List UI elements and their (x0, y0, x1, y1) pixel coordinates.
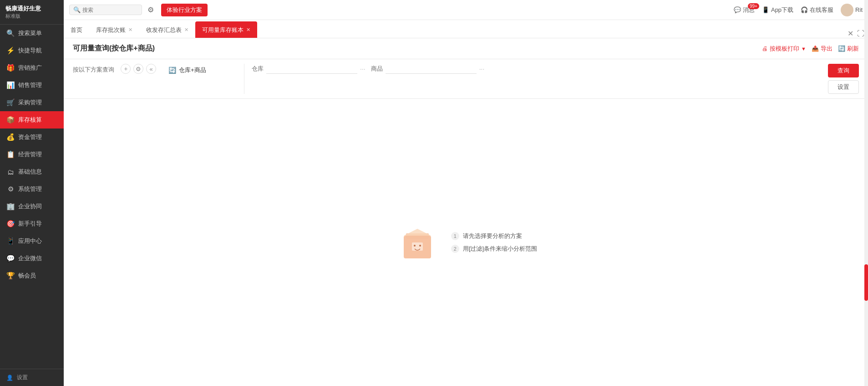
search-icon: 🔍 (73, 6, 81, 13)
sidebar-item-search[interactable]: 🔍搜索菜单 (0, 25, 64, 42)
sidebar-item-label-search: 搜索菜单 (18, 29, 42, 37)
warehouse-input[interactable] (266, 64, 357, 74)
filter-area: 按以下方案查询 ＋ ⚙ « 🔄 仓库+商品 仓库 ··· (64, 59, 868, 99)
add-scheme-btn[interactable]: ＋ (121, 64, 131, 74)
scheme-name: 仓库+商品 (179, 66, 206, 74)
product-more-icon[interactable]: ··· (479, 65, 485, 72)
product-field-label: 商品 (371, 65, 383, 73)
product-input[interactable] (386, 64, 477, 74)
sidebar-item-operation[interactable]: 📋经营管理 (0, 146, 64, 163)
sidebar-item-vip[interactable]: 🏆畅会员 (0, 267, 64, 284)
filter-scheme-actions: ＋ ⚙ « (121, 64, 156, 74)
print-btn[interactable]: 🖨 按模板打印 ▼ (762, 45, 806, 53)
filter-label: 按以下方案查询 (73, 64, 114, 74)
sidebar-item-finance[interactable]: 💰资金管理 (0, 129, 64, 146)
svg-point-4 (414, 245, 416, 247)
app-version: 标准版 (5, 13, 58, 20)
empty-tip-1: 1 请先选择要分析的方案 (451, 232, 537, 240)
filter-field-warehouse: 仓库 ··· (252, 64, 365, 74)
system-icon: ⚙ (6, 185, 15, 193)
sidebar-item-wechat[interactable]: 💬企业微信 (0, 250, 64, 267)
scrollbar-thumb (864, 264, 868, 301)
gear-icon[interactable]: ⚙ (146, 4, 156, 16)
tab-expand-icon[interactable]: ⛶ (857, 30, 864, 38)
apps-icon: 📱 (6, 237, 15, 245)
sidebar-item-newbie[interactable]: 🎯新手引导 (0, 215, 64, 232)
collapse-scheme-btn[interactable]: « (146, 64, 156, 74)
query-btn[interactable]: 查询 (828, 64, 859, 77)
sidebar-item-marketing[interactable]: 🎁营销推广 (0, 59, 64, 77)
sidebar-item-label-system: 系统管理 (18, 185, 42, 193)
avatar (841, 4, 853, 16)
sidebar-item-label-marketing: 营销推广 (18, 64, 42, 72)
edit-scheme-btn[interactable]: ⚙ (133, 64, 143, 74)
sidebar-item-label-wechat: 企业微信 (18, 254, 42, 262)
finance-icon: 💰 (6, 133, 15, 141)
search-icon: 🔍 (6, 29, 15, 37)
marketing-icon: 🎁 (6, 64, 15, 72)
right-scrollbar (864, 0, 868, 386)
tabs-bar: 首页 库存批次账 ✕ 收发存汇总表 ✕ 可用量库存账本 ✕ ✕ ⛶ (64, 20, 868, 38)
sidebar-item-label-apps: 应用中心 (18, 237, 42, 245)
tab-batch-account[interactable]: 库存批次账 ✕ (89, 21, 139, 38)
sidebar-item-label-purchase: 采购管理 (18, 98, 42, 107)
inventory-icon: 📦 (6, 116, 15, 124)
sales-icon: 📊 (6, 81, 15, 89)
settings-btn[interactable]: 设置 (828, 80, 859, 94)
tip-num-2: 2 (451, 245, 459, 253)
industry-btn[interactable]: 体验行业方案 (161, 4, 208, 16)
sidebar-item-purchase[interactable]: 🛒采购管理 (0, 94, 64, 111)
sidebar-item-apps[interactable]: 📱应用中心 (0, 232, 64, 250)
base-icon: 🗂 (6, 168, 15, 176)
sidebar-footer[interactable]: 👤 设置 (0, 369, 64, 386)
sidebar-item-enterprise[interactable]: 🏢企业协同 (0, 198, 64, 215)
refresh-label: 刷新 (847, 45, 859, 53)
user-profile[interactable]: Rit (841, 4, 863, 16)
message-icon: 💬 (734, 6, 741, 13)
sidebar-item-base[interactable]: 🗂基础信息 (0, 163, 64, 180)
print-dropdown-icon[interactable]: ▼ (801, 46, 806, 51)
tip-text-2: 用[过滤]条件来缩小分析范围 (463, 245, 537, 253)
tab-available-ledger[interactable]: 可用量库存账本 ✕ (195, 21, 257, 38)
app-download-btn[interactable]: 📱 App下载 (762, 6, 793, 14)
tip-text-1: 请先选择要分析的方案 (463, 232, 522, 240)
sidebar-item-shortcut[interactable]: ⚡快捷导航 (0, 42, 64, 59)
main: 🔍 ⚙ 体验行业方案 💬 消息 99+ 📱 App下载 🎧 在线客服 Rit (64, 0, 868, 386)
tab-home[interactable]: 首页 (64, 21, 89, 38)
sidebar-item-sales[interactable]: 📊销售管理 (0, 77, 64, 94)
sidebar-item-system[interactable]: ⚙系统管理 (0, 180, 64, 198)
search-input[interactable] (82, 7, 138, 13)
svg-marker-2 (404, 229, 431, 236)
tab-available-ledger-close[interactable]: ✕ (246, 27, 250, 33)
empty-illustration (395, 220, 440, 265)
tab-stock-summary-close[interactable]: ✕ (184, 27, 188, 33)
page-content: 可用量查询(按仓库+商品) 🖨 按模板打印 ▼ 📤 导出 🔄 刷新 (64, 38, 868, 386)
export-label: 导出 (821, 45, 832, 53)
filter-fields: 仓库 ··· 商品 ··· (252, 64, 828, 74)
scheme-item-warehouse-product[interactable]: 🔄 仓库+商品 (164, 64, 237, 77)
tab-close-icon[interactable]: ✕ (848, 29, 853, 38)
username-label: Rit (855, 6, 863, 13)
tab-batch-account-close[interactable]: ✕ (128, 27, 132, 33)
app-download-label: App下载 (771, 6, 793, 14)
svg-point-5 (419, 245, 421, 247)
sidebar-item-label-shortcut: 快捷导航 (18, 46, 42, 55)
sidebar-item-label-vip: 畅会员 (18, 272, 36, 280)
topbar: 🔍 ⚙ 体验行业方案 💬 消息 99+ 📱 App下载 🎧 在线客服 Rit (64, 0, 868, 20)
vip-icon: 🏆 (6, 272, 15, 280)
sidebar-item-label-sales: 销售管理 (18, 81, 42, 89)
empty-tips: 1 请先选择要分析的方案 2 用[过滤]条件来缩小分析范围 (451, 232, 537, 253)
sidebar-item-inventory[interactable]: 📦库存核算 (0, 111, 64, 129)
tab-stock-summary[interactable]: 收发存汇总表 ✕ (139, 21, 195, 38)
print-icon: 🖨 (762, 45, 768, 52)
message-btn[interactable]: 💬 消息 99+ (734, 6, 755, 14)
customer-service-btn[interactable]: 🎧 在线客服 (801, 6, 833, 14)
warehouse-more-icon[interactable]: ··· (360, 65, 365, 72)
export-btn[interactable]: 📤 导出 (812, 45, 832, 53)
sidebar-item-label-inventory: 库存核算 (18, 116, 42, 124)
refresh-btn[interactable]: 🔄 刷新 (838, 45, 859, 53)
scheme-icon: 🔄 (168, 67, 176, 74)
filter-divider (244, 64, 244, 94)
topbar-search-box[interactable]: 🔍 (69, 5, 142, 15)
refresh-icon: 🔄 (838, 45, 845, 52)
